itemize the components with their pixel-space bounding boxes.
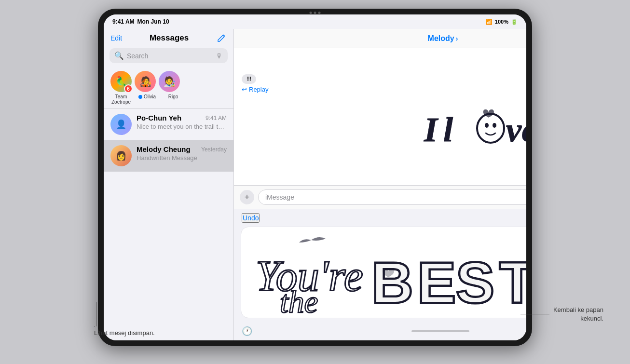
imessage-placeholder: iMessage: [265, 193, 294, 201]
status-bar: 9:41 AM Mon Jun 10 📶 100% 🔋: [104, 14, 526, 29]
conv-header-po-chun: Po-Chun Yeh 9:41 AM: [137, 114, 227, 122]
svg-text:S: S: [456, 250, 494, 315]
svg-text:l: l: [443, 110, 453, 149]
mic-search-icon: 🎙: [216, 52, 223, 60]
callout-right-text: Kembali ke papankekunci.: [553, 306, 603, 323]
group-conversation[interactable]: 🦜 6 🌞🌤️ What a lovely day, sunshine! 🧑‍🎤: [104, 67, 233, 109]
conversation-list: 🦜 6 🌞🌤️ What a lovely day, sunshine! 🧑‍🎤: [104, 67, 233, 340]
clock-button[interactable]: 🕐: [242, 326, 252, 337]
group-names: Team Zoetrope Olivia Rigo: [110, 94, 227, 105]
sidebar-title: Messages: [122, 33, 216, 43]
avatar-rigo: 🧑‍🎨: [159, 71, 180, 92]
reaction-emoji: !!!: [247, 76, 251, 82]
handwriting-toolbar: Undo Done: [234, 209, 526, 227]
reaction-badge: !!!: [242, 74, 256, 84]
conv-name-melody: Melody Cheung: [137, 145, 191, 153]
message-input[interactable]: iMessage: [258, 189, 526, 205]
handwriting-canvas[interactable]: You're the B B E E: [241, 227, 526, 318]
contact-name: Melody: [428, 34, 454, 43]
conversation-po-chun-yeh[interactable]: 👤 Po-Chun Yeh 9:41 AM Nice to meet you o…: [104, 109, 233, 140]
status-bar-right: 📶 100% 🔋: [486, 19, 518, 25]
search-placeholder: Search: [127, 52, 213, 60]
date-display: Mon Jun 10: [137, 18, 169, 25]
main-content: Edit Messages 🔍 Search 🎙: [104, 29, 526, 340]
chat-area: Melody › message text: [234, 29, 526, 340]
conv-header-melody: Melody Cheung Yesterday: [137, 145, 227, 153]
handwriting-footer: 🕐 ⌨: [234, 323, 526, 340]
svg-text:T: T: [499, 250, 526, 315]
replay-button[interactable]: ↩ Replay: [242, 86, 268, 93]
replay-label: Replay: [249, 86, 268, 93]
conv-info-po-chun: Po-Chun Yeh 9:41 AM Nice to meet you on …: [137, 114, 227, 130]
avatar-po-chun: 👤: [110, 114, 132, 135]
svg-text:I: I: [424, 110, 439, 149]
group-name-rigo: Rigo: [163, 94, 184, 105]
messages-area: message text !!! ↩ Replay: [234, 48, 526, 185]
status-bar-left: 9:41 AM Mon Jun 10: [112, 18, 169, 25]
conv-info-melody: Melody Cheung Yesterday Handwritten Mess…: [137, 145, 227, 162]
compose-icon[interactable]: [216, 33, 227, 43]
unread-badge: 6: [124, 84, 133, 93]
chevron-icon: ›: [456, 35, 458, 42]
callout-left: Lihat mesej disimpan.: [94, 302, 155, 337]
conv-preview-po-chun: Nice to meet you on the trail today: [137, 123, 227, 130]
home-indicator: [411, 330, 469, 332]
battery-icon: 🔋: [511, 19, 518, 25]
svg-text:B: B: [371, 250, 413, 315]
love-it-message: I l ve: [410, 98, 526, 158]
chat-header: Melody ›: [234, 29, 526, 48]
svg-point-4: [485, 123, 489, 128]
callout-left-text: Lihat mesej disimpan.: [94, 329, 155, 337]
plus-button[interactable]: +: [240, 190, 254, 204]
conv-time-po-chun: 9:41 AM: [205, 115, 227, 121]
avatar-melody: 👩: [110, 145, 132, 166]
svg-text:E: E: [417, 250, 456, 315]
reaction-area: !!! ↩ Replay: [242, 74, 268, 93]
conv-preview-melody: Handwritten Message: [137, 154, 227, 162]
wifi-icon: 📶: [486, 19, 493, 25]
undo-button[interactable]: Undo: [242, 213, 260, 223]
sidebar-header: Edit Messages: [104, 29, 233, 46]
group-name-team: Team Zoetrope: [110, 94, 132, 105]
svg-text:ve: ve: [506, 110, 526, 149]
input-bar: + iMessage 🎙: [234, 185, 526, 209]
conv-name-po-chun: Po-Chun Yeh: [137, 114, 181, 122]
ipad-screen: 9:41 AM Mon Jun 10 📶 100% 🔋 Edit Message…: [104, 14, 526, 340]
replay-icon: ↩: [242, 86, 247, 93]
search-icon: 🔍: [114, 51, 124, 60]
handwriting-container: Undo Done You're the: [234, 209, 526, 340]
svg-point-5: [493, 123, 496, 128]
ipad-frame: 9:41 AM Mon Jun 10 📶 100% 🔋 Edit Message…: [98, 9, 532, 346]
battery-display: 100%: [495, 19, 508, 25]
svg-text:the: the: [280, 284, 318, 317]
svg-point-3: [477, 114, 504, 143]
sidebar: Edit Messages 🔍 Search 🎙: [104, 29, 234, 340]
conv-time-melody: Yesterday: [201, 146, 227, 153]
chat-contact[interactable]: Melody ›: [428, 34, 458, 43]
edit-button[interactable]: Edit: [110, 34, 122, 42]
conversation-melody-cheung[interactable]: 👩 Melody Cheung Yesterday Handwritten Me…: [104, 140, 233, 172]
callout-right: Kembali ke papankekunci.: [520, 306, 603, 323]
avatar-olivia: 🧑‍🎤: [135, 71, 156, 92]
group-name-olivia: Olivia: [137, 94, 158, 105]
time-display: 9:41 AM: [112, 18, 135, 25]
callout-right-line: [520, 314, 549, 314]
search-bar[interactable]: 🔍 Search 🎙: [110, 48, 228, 63]
